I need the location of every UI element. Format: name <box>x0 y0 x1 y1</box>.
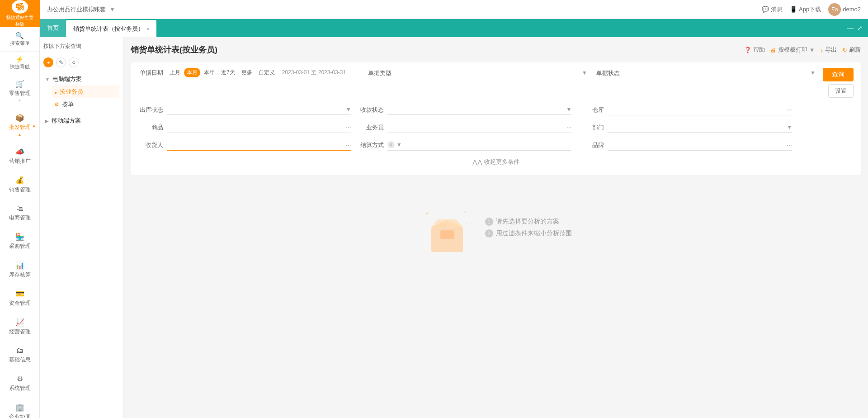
tab-close-icon[interactable]: × <box>146 26 149 32</box>
hint2-num: 2 <box>485 229 493 238</box>
tree-salesperson-item[interactable]: ● 按业务员 <box>52 86 119 98</box>
user-profile[interactable]: Ea demo2 <box>828 3 861 16</box>
receiver-dots[interactable]: ··· <box>346 141 351 148</box>
out-status-label: 出库状态 <box>138 106 163 114</box>
help-btn[interactable]: ❓ 帮助 <box>744 46 765 54</box>
sidebar-retail-label: 零售管理 <box>9 90 31 97</box>
tab-minimize-icon[interactable]: — <box>847 24 854 32</box>
brand-control[interactable]: ··· <box>608 139 792 151</box>
base-icon: 🗂 <box>16 347 24 355</box>
dept-control[interactable]: ▼ <box>608 122 792 133</box>
wholesale-icon: 📦 <box>15 114 24 122</box>
tab-sales-stat[interactable]: 销货单统计表（按业务员） × <box>66 20 156 38</box>
sidebar-base-label: 基础信息 <box>9 356 31 364</box>
print-btn[interactable]: 🖨 按模板打印 ▼ <box>770 46 815 54</box>
quicknav-icon: ⚡ <box>15 55 24 63</box>
sidebar-item-enterprise[interactable]: 🏢 企业协同 <box>0 398 39 418</box>
edit-icon: ✎ <box>59 59 63 66</box>
empty-illustration: ✦ ✦ ✦ <box>420 202 474 256</box>
date-tab-7days[interactable]: 近7天 <box>218 68 238 77</box>
sidebar-item-ecommerce[interactable]: 🛍 电商管理 <box>0 199 39 227</box>
settle-label: 结算方式 <box>359 141 384 149</box>
doc-status-control[interactable]: ▼ <box>623 68 816 78</box>
query-button[interactable]: 查询 <box>823 68 854 81</box>
settle-dropdown-icon[interactable]: ▼ <box>396 142 402 148</box>
sidebar-item-wholesale[interactable]: 📦 批发管理 ▲ <box>0 108 39 142</box>
export-label: 导出 <box>825 46 837 54</box>
settle-clear-btn[interactable]: × <box>387 141 395 148</box>
order-icon: ⚙ <box>54 101 59 108</box>
goods-label: 商品 <box>138 124 163 132</box>
tree-order-item[interactable]: ⚙ 按单 <box>52 98 119 111</box>
out-status-control[interactable]: ▼ <box>167 104 351 115</box>
date-tab-more[interactable]: 更多 <box>239 68 255 77</box>
empty-state: ✦ ✦ ✦ 1 请先选择要分析的方案 2 用过滤条件来缩小分析范围 <box>131 175 861 284</box>
tree-mobile-arrow-icon: ▶ <box>45 119 49 124</box>
doc-type-dropdown-icon[interactable]: ▼ <box>582 70 587 76</box>
salesperson-control[interactable]: ··· <box>387 122 572 133</box>
collapse-panel-btn[interactable]: « <box>69 57 79 67</box>
workspace-dropdown-icon[interactable]: ▼ <box>109 6 115 13</box>
system-icon: ⚙ <box>17 375 23 383</box>
warehouse-dots[interactable]: ··· <box>787 106 792 113</box>
dept-dropdown-icon[interactable]: ▼ <box>787 124 792 130</box>
out-status-dropdown-icon[interactable]: ▼ <box>346 106 351 113</box>
date-tab-custom[interactable]: 自定义 <box>256 68 278 77</box>
tab-maximize-icon[interactable]: ⤢ <box>857 24 863 32</box>
brand-dots[interactable]: ··· <box>787 141 792 148</box>
add-scheme-btn[interactable]: + <box>43 57 53 67</box>
print-icon: 🖨 <box>770 47 776 53</box>
salesperson-dots[interactable]: ··· <box>566 124 572 131</box>
date-tab-last-month[interactable]: 上月 <box>167 68 183 77</box>
enterprise-icon: 🏢 <box>15 403 24 412</box>
empty-svg: ✦ ✦ ✦ <box>420 202 474 256</box>
salesperson-scheme-label: 按业务员 <box>60 88 83 96</box>
sidebar-item-purchase[interactable]: 🏪 采购管理 <box>0 227 39 256</box>
sidebar-item-retail[interactable]: 🛒 零售管理 ▼ <box>0 74 39 108</box>
retail-arrow: ▼ <box>18 99 22 103</box>
help-icon: ❓ <box>744 47 751 53</box>
sidebar-item-base[interactable]: 🗂 基础信息 <box>0 341 39 369</box>
collect-status-control[interactable]: ▼ <box>387 104 572 115</box>
tree-pc-group[interactable]: ▼ 电脑端方案 <box>43 73 119 86</box>
date-tab-this-year[interactable]: 本年 <box>201 68 217 77</box>
collapse-filter-label: 收起更多条件 <box>484 158 519 166</box>
settle-control[interactable]: × ▼ <box>387 139 572 151</box>
sidebar-item-finance[interactable]: 💳 资金管理 <box>0 284 39 313</box>
collect-status-dropdown-icon[interactable]: ▼ <box>566 106 571 113</box>
doc-type-control[interactable]: ▼ <box>395 68 587 78</box>
svg-text:✦: ✦ <box>425 210 430 217</box>
sidebar: 畅 畅捷通好生意 标版 🔍 搜索菜单 ⚡ 快捷导航 🛒 零售管理 ▼ 📦 批发管… <box>0 0 40 418</box>
sidebar-search[interactable]: 🔍 搜索菜单 <box>0 27 39 52</box>
search-icon: 🔍 <box>15 32 24 39</box>
goods-control[interactable]: ··· <box>167 122 351 133</box>
sidebar-item-sales[interactable]: 💰 销售管理 <box>0 171 39 199</box>
receiver-control[interactable]: ··· <box>167 139 351 151</box>
message-btn[interactable]: 💬 消息 <box>762 5 783 14</box>
app-download-btn[interactable]: 📱 App下载 <box>790 5 821 14</box>
page-header: 销货单统计表(按业务员) ❓ 帮助 🖨 按模板打印 ▼ ↓ 导出 <box>131 44 861 55</box>
sidebar-item-inventory[interactable]: 📊 库存核算 <box>0 256 39 284</box>
print-dropdown-icon[interactable]: ▼ <box>809 47 815 53</box>
collapse-icon: « <box>72 59 75 66</box>
refresh-btn[interactable]: ↻ 刷新 <box>842 46 861 54</box>
tree-mobile-group[interactable]: ▶ 移动端方案 <box>43 114 119 127</box>
sidebar-quicknav[interactable]: ⚡ 快捷导航 <box>0 52 39 74</box>
sidebar-item-marketing[interactable]: 📣 营销推广 <box>0 142 39 171</box>
sidebar-item-operations[interactable]: 📈 经营管理 <box>0 313 39 341</box>
warehouse-control[interactable]: ··· <box>608 104 792 115</box>
filter-section: 单据日期 上月 本月 本年 近7天 更多 自定义 <box>131 62 861 175</box>
tab-home[interactable]: 首页 <box>40 19 66 37</box>
edit-scheme-btn[interactable]: ✎ <box>56 57 66 67</box>
tab-actions: — ⤢ <box>847 24 868 32</box>
sidebar-item-system[interactable]: ⚙ 系统管理 <box>0 369 39 398</box>
page-title: 销货单统计表(按业务员) <box>131 44 217 55</box>
marketing-icon: 📣 <box>15 147 24 156</box>
date-tab-this-month[interactable]: 本月 <box>184 68 200 77</box>
sidebar-finance-label: 资金管理 <box>9 299 31 307</box>
export-btn[interactable]: ↓ 导出 <box>821 46 837 54</box>
collapse-filter-btn[interactable]: ⋀⋀ 收起更多条件 <box>138 154 854 170</box>
settings-button[interactable]: 设置 <box>828 84 854 98</box>
goods-dots[interactable]: ··· <box>346 124 351 131</box>
doc-status-dropdown-icon[interactable]: ▼ <box>810 70 816 76</box>
